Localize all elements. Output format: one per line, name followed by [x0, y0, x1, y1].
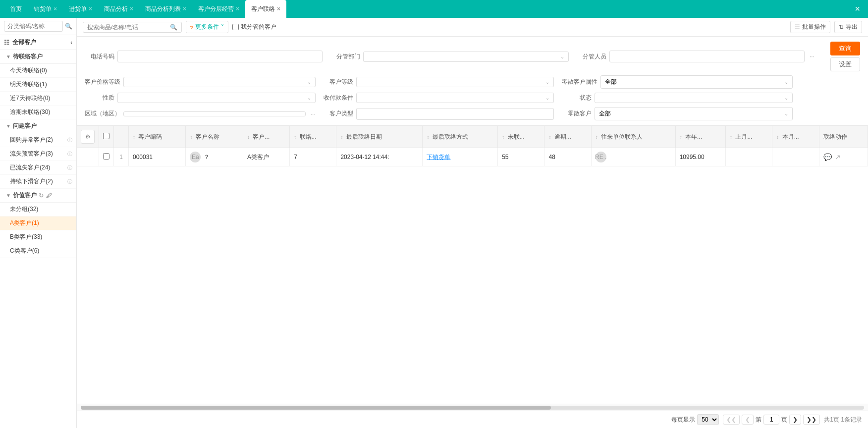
filter-row-2: 客户价格等级 ⌄ 客户等级 ⌄ 零散客户属性 全部	[85, 75, 860, 89]
retail-attr-select[interactable]: 全部 ⌄	[600, 75, 793, 89]
sidebar-today-pending[interactable]: 今天待联络(0)	[0, 64, 76, 78]
settings-icon[interactable]: 🖌	[46, 192, 52, 199]
per-page-control: 每页显示 50	[671, 414, 719, 425]
customer-type-input[interactable]	[356, 108, 554, 120]
export-button[interactable]: ⇅ 导出	[834, 21, 862, 33]
sidebar-tomorrow-pending[interactable]: 明天待联络(1)	[0, 78, 76, 92]
customer-level-select[interactable]: ⌄	[356, 77, 554, 87]
nav-purchase-order[interactable]: 进货单 ×	[63, 0, 98, 18]
row-select-checkbox[interactable]	[103, 153, 109, 160]
nav-home[interactable]: 首页	[4, 0, 28, 18]
table-row: 1 000031 Ea ？ A类客户 7 2023-04	[77, 148, 868, 166]
sidebar-unclassified[interactable]: 未分组(32)	[0, 203, 76, 216]
col-name[interactable]: ↕ 客户名称	[186, 126, 243, 148]
sidebar-b-class[interactable]: B类客户(33)	[0, 230, 76, 244]
dept-label: 分管部门	[330, 53, 360, 61]
sidebar: 🔍 ☷ 全部客户 ‹ ▼ 待联络客户 今天待联络(0) 明天待联络(1) 近7天…	[0, 18, 77, 428]
prev-page-button[interactable]: ❮	[742, 415, 754, 425]
sidebar-week-pending[interactable]: 近7天待联络(0)	[0, 92, 76, 106]
select-all-checkbox[interactable]	[103, 133, 109, 139]
sidebar-search-input[interactable]	[4, 21, 63, 32]
col-code[interactable]: ↕ 客户编码	[129, 126, 186, 148]
my-customers-checkbox[interactable]	[232, 24, 239, 30]
scroll-track[interactable]	[81, 406, 864, 410]
close-sales-order[interactable]: ×	[54, 5, 57, 12]
refresh-icon[interactable]: ↻	[39, 192, 44, 199]
close-product-list[interactable]: ×	[183, 5, 186, 12]
customer-level-arrow: ⌄	[545, 79, 549, 85]
nature-select[interactable]: ⌄	[117, 93, 316, 103]
pending-group-label[interactable]: ▼ 待联络客户	[0, 50, 76, 64]
nav-product-list[interactable]: 商品分析列表 ×	[139, 0, 192, 18]
payment-select[interactable]: ⌄	[356, 93, 554, 103]
sidebar-churned[interactable]: 已流失客户(24) ⓘ	[0, 161, 76, 175]
table-settings-button[interactable]: ⚙	[81, 130, 95, 144]
filter-search-input[interactable]	[87, 24, 168, 31]
my-customers-checkbox-label[interactable]: 我分管的客户	[232, 23, 276, 31]
nav-customer-contact[interactable]: 客户联络 ×	[245, 0, 286, 18]
qr-icon[interactable]: ↗	[835, 153, 841, 161]
next-page-button[interactable]: ❯	[789, 415, 801, 425]
sidebar-c-class[interactable]: C类客户(6)	[0, 244, 76, 258]
col-last-month[interactable]: ↕ 上月...	[726, 126, 772, 148]
sidebar-churn-warning[interactable]: 流失预警客户(3) ⓘ	[0, 147, 76, 161]
filter-search-box: 🔍	[83, 22, 182, 33]
problem-group-label[interactable]: ▼ 问题客户	[0, 119, 76, 133]
last-method-link[interactable]: 下销货单	[427, 154, 450, 160]
sidebar-search-icon[interactable]: 🔍	[65, 23, 72, 30]
query-button[interactable]: 查询	[830, 42, 860, 55]
nature-field: 性质 ⌄	[85, 93, 316, 103]
num-col	[114, 126, 129, 148]
value-group-label[interactable]: ▼ 价值客户 ↻ 🖌	[0, 189, 76, 203]
page-input[interactable]	[763, 415, 779, 425]
region-dots[interactable]: ···	[311, 110, 316, 117]
phone-input[interactable]	[117, 51, 323, 62]
col-level[interactable]: ↕ 客户...	[243, 126, 289, 148]
retail-customer-select[interactable]: 全部 ⌄	[595, 107, 793, 120]
col-last-contact-method[interactable]: ↕ 最后联络方式	[423, 126, 498, 148]
nav-product-analysis[interactable]: 商品分析 ×	[98, 0, 139, 18]
col-last-contact-date[interactable]: ↕ 最后联络日期	[336, 126, 423, 148]
manager-label: 分管人员	[577, 53, 606, 61]
last-page-button[interactable]: ❯❯	[803, 415, 820, 425]
region-select[interactable]	[123, 111, 306, 116]
col-overdue[interactable]: ↕ 逾期...	[544, 126, 591, 148]
row-name: Ea ？	[186, 148, 243, 166]
message-icon[interactable]: 💬	[823, 153, 832, 161]
col-this-year[interactable]: ↕ 本年...	[675, 126, 725, 148]
close-all-button[interactable]: ×	[851, 4, 864, 14]
settings-button[interactable]: 设置	[830, 57, 860, 71]
close-purchase-order[interactable]: ×	[89, 5, 92, 12]
nav-customer-tier[interactable]: 客户分层经营 ×	[192, 0, 245, 18]
per-page-select[interactable]: 50	[697, 414, 719, 425]
sidebar-declining[interactable]: 持续下滑客户(2) ⓘ	[0, 175, 76, 189]
retail-customer-arrow: ⌄	[784, 111, 788, 116]
info-icon-1: ⓘ	[67, 151, 72, 158]
close-product-analysis[interactable]: ×	[130, 5, 133, 12]
table-container: ⚙ ↕ 客户编码 ↕ 客户名称	[77, 126, 868, 404]
manager-dots[interactable]: ···	[810, 53, 814, 60]
batch-op-button[interactable]: ☰ 批量操作	[790, 21, 830, 33]
sort-icon-name: ↕	[190, 134, 192, 140]
more-filters-button[interactable]: ▿ 更多条件 ˅	[186, 21, 228, 33]
info-icon-3: ⓘ	[67, 178, 72, 185]
filter-search-icon[interactable]: 🔍	[170, 24, 177, 31]
sidebar-search-area: 🔍	[0, 18, 76, 35]
settings-col[interactable]: ⚙	[77, 126, 99, 148]
manager-input[interactable]	[609, 51, 805, 62]
col-contact-person[interactable]: ↕ 往来单位联系人	[591, 126, 675, 148]
status-select[interactable]: ⌄	[595, 93, 793, 103]
col-this-month[interactable]: ↕ 本月...	[772, 126, 819, 148]
col-contact-count[interactable]: ↕ 联络...	[290, 126, 336, 148]
first-page-button[interactable]: ❮❮	[723, 415, 740, 425]
nav-sales-order[interactable]: 销货单 ×	[28, 0, 63, 18]
all-customers-header[interactable]: ☷ 全部客户 ‹	[0, 35, 76, 50]
close-customer-tier[interactable]: ×	[236, 5, 239, 12]
sidebar-overdue-contact[interactable]: 逾期未联络(30)	[0, 106, 76, 119]
price-level-select[interactable]: ⌄	[123, 77, 316, 87]
sidebar-repurchase-abnormal[interactable]: 回购异常客户(2) ⓘ	[0, 133, 76, 147]
dept-select[interactable]: ⌄	[363, 52, 568, 62]
col-no-contact[interactable]: ↕ 未联...	[498, 126, 544, 148]
sidebar-a-class[interactable]: A类客户(1)	[0, 216, 76, 230]
close-customer-contact[interactable]: ×	[277, 5, 280, 12]
